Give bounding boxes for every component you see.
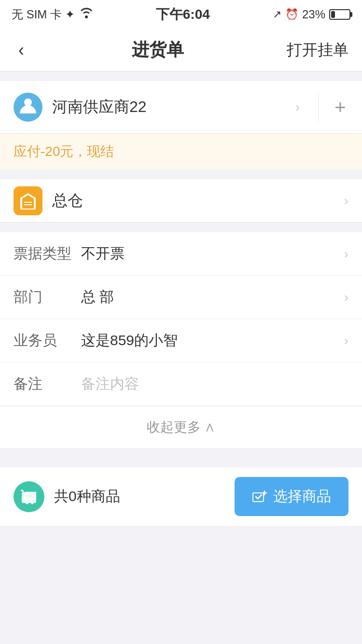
remark-row[interactable]: 备注 备注内容 [0, 363, 362, 406]
collapse-label: 收起更多 ∧ [147, 418, 216, 436]
page-title: 进货单 [132, 38, 184, 62]
invoice-type-row[interactable]: 票据类型 不开票 › [0, 232, 362, 276]
department-label: 部门 [14, 287, 81, 307]
warehouse-icon-wrap [14, 186, 42, 215]
notice-text: 应付-20元，现结 [14, 144, 114, 159]
person-icon [19, 96, 37, 119]
add-supplier-button[interactable]: + [319, 85, 362, 129]
bottom-section: 共0种商品 选择商品 [0, 467, 362, 526]
select-product-button[interactable]: 选择商品 [235, 477, 348, 516]
invoice-type-chevron-icon: › [344, 246, 348, 262]
svg-rect-4 [253, 493, 264, 502]
gap-1 [0, 71, 362, 81]
invoice-type-label: 票据类型 [14, 244, 81, 264]
nav-bar: ‹ 进货单 打开挂单 [0, 29, 362, 71]
status-time: 下午6:04 [156, 5, 210, 24]
battery-percent: 23% [302, 8, 325, 21]
svg-point-0 [24, 98, 32, 106]
warehouse-chevron-icon: › [344, 193, 348, 209]
wifi-icon [80, 8, 93, 21]
gap-2 [0, 169, 362, 179]
battery-icon [329, 9, 350, 20]
alarm-icon: ⏰ [285, 8, 298, 21]
gap-4 [0, 448, 362, 458]
select-product-label: 选择商品 [273, 487, 331, 506]
open-pending-button[interactable]: 打开挂单 [287, 40, 348, 61]
supplier-name: 河南供应商22 [52, 97, 295, 118]
remark-label: 备注 [14, 374, 81, 394]
salesperson-chevron-icon: › [344, 333, 348, 349]
status-right: ↗ ⏰ 23% [273, 8, 350, 21]
salesperson-row[interactable]: 业务员 这是859的小智 › [0, 319, 362, 363]
status-left: 无 SIM 卡 ✦ [12, 7, 93, 22]
form-section: 票据类型 不开票 › 部门 总 部 › 业务员 这是859的小智 › 备注 备注… [0, 232, 362, 406]
department-value: 总 部 [81, 287, 336, 307]
notice-bar: 应付-20元，现结 [0, 134, 362, 169]
gap-3 [0, 223, 362, 232]
collapse-bar[interactable]: 收起更多 ∧ [0, 406, 362, 448]
supplier-avatar [14, 93, 42, 122]
salesperson-value: 这是859的小智 [81, 331, 336, 350]
page-background [0, 526, 362, 644]
warehouse-icon [19, 192, 37, 210]
supplier-section: 河南供应商22 › + [0, 81, 362, 134]
department-row[interactable]: 部门 总 部 › [0, 276, 362, 319]
warehouse-name: 总仓 [52, 190, 336, 211]
product-count-label: 共0种商品 [54, 487, 235, 506]
supplier-selector[interactable]: 河南供应商22 › [0, 81, 318, 133]
back-button[interactable]: ‹ [14, 35, 29, 65]
status-bar: 无 SIM 卡 ✦ 下午6:04 ↗ ⏰ 23% [0, 0, 362, 29]
remark-input[interactable]: 备注内容 [81, 374, 348, 394]
sim-label: 无 SIM 卡 ✦ [12, 7, 75, 22]
warehouse-row[interactable]: 总仓 › [0, 179, 362, 223]
salesperson-label: 业务员 [14, 331, 81, 350]
svg-point-3 [31, 502, 34, 504]
select-product-icon [252, 490, 267, 504]
department-chevron-icon: › [344, 290, 348, 305]
location-icon: ↗ [273, 8, 281, 21]
supplier-chevron-icon: › [295, 99, 300, 115]
product-icon-wrap [14, 481, 44, 512]
svg-point-2 [26, 502, 28, 504]
invoice-type-value: 不开票 [81, 244, 336, 264]
cart-icon [20, 488, 38, 506]
